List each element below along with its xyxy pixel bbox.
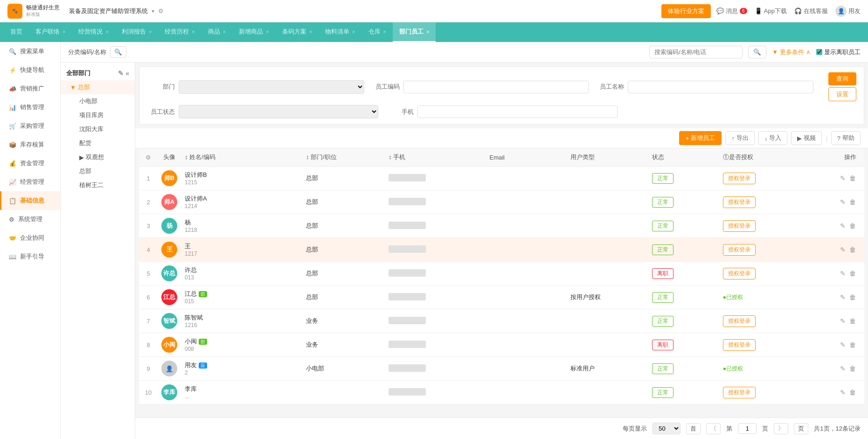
delete-icon[interactable]: 🗑 [849,246,856,253]
tab-history[interactable]: 经营历程 × [158,22,201,42]
close-icon[interactable]: × [383,29,386,35]
dept-node-shenyang[interactable]: 沈阳大库 [68,122,135,136]
sidebar-item-sales[interactable]: 📊 销售管理 [0,98,60,117]
auth-cell[interactable]: 授权登录 [719,167,820,190]
auth-login-btn[interactable]: 授权登录 [723,196,756,208]
auth-cell[interactable]: 授权登录 [719,262,820,286]
dept-node-xiaodibu[interactable]: 小电部 [68,94,135,108]
phone-input[interactable] [417,105,617,118]
close-icon[interactable]: × [149,29,152,35]
dept-node-peihuo[interactable]: 配货 [68,136,135,150]
auth-cell[interactable]: 授权登录 [719,333,820,357]
close-icon[interactable]: × [426,29,429,35]
col-settings[interactable]: ⚙ [139,148,158,167]
close-icon[interactable]: × [105,29,108,35]
dept-collapse-icon[interactable]: « [125,70,129,77]
sidebar-item-collab[interactable]: 🤝 企业协同 [0,229,60,247]
auth-login-btn[interactable]: 授权登录 [723,268,756,279]
tab-material[interactable]: 物料清单 × [319,22,361,42]
sidebar-item-marketing[interactable]: 📣 营销推广 [0,79,60,98]
tab-operation[interactable]: 经营情况 × [72,22,115,42]
tab-warehouse[interactable]: 仓库 × [362,22,393,42]
auth-cell[interactable]: 授权登录 [719,190,820,214]
auth-login-btn[interactable]: 授权登录 [723,220,756,232]
tab-barcode[interactable]: 条码方案 × [276,22,319,42]
category-search-btn[interactable]: 🔍 [110,46,126,58]
auth-login-btn[interactable]: 授权登录 [723,339,756,351]
dept-node-zhishu[interactable]: 植树王二 [68,178,135,192]
delete-icon[interactable]: 🗑 [849,270,856,277]
export-button[interactable]: ↑ 导出 [725,131,755,145]
user-btn[interactable]: 👤 用友 [835,6,861,17]
page-input[interactable] [738,423,757,434]
edit-icon[interactable]: ✎ [840,341,846,348]
close-icon[interactable]: × [266,29,269,35]
auth-login-btn[interactable]: 授权登录 [723,387,756,398]
sidebar-item-guide[interactable]: 📖 新手引导 [0,247,60,266]
auth-login-btn[interactable]: 授权登录 [723,173,756,184]
tab-dept-staff[interactable]: 部门员工 × [393,22,436,42]
prev-page-btn[interactable]: 〈 [706,423,721,434]
set-button[interactable]: 设置 [828,87,856,101]
edit-icon[interactable]: ✎ [840,270,846,277]
show-resigned-label[interactable]: 显示离职员工 [816,48,861,56]
tab-new-goods[interactable]: 新增商品 × [232,22,275,42]
settings-icon[interactable]: ⚙ [158,7,164,14]
query-button[interactable]: 查询 [828,72,856,85]
dropdown-arrow[interactable]: ▾ [152,8,154,14]
dept-edit-icon[interactable]: ✎ [118,70,124,77]
edit-icon[interactable]: ✎ [840,198,846,206]
trial-button[interactable]: 体验行业方案 [661,4,711,18]
auth-cell[interactable]: 授权登录 [719,381,820,404]
delete-icon[interactable]: 🗑 [849,389,856,396]
col-dept-header[interactable]: ↕ 部门/职位 [302,148,385,167]
edit-icon[interactable]: ✎ [840,293,846,301]
next-page-btn[interactable]: 〉 [774,423,788,434]
delete-icon[interactable]: 🗑 [849,174,856,182]
dept-node-zongbu[interactable]: 总部 [68,164,135,178]
dept-node-headquarters[interactable]: ▼ 总部 [61,80,135,94]
online-service-btn[interactable]: 🎧 在线客服 [794,7,828,15]
auth-cell[interactable]: 授权登录 [719,309,820,333]
search-btn[interactable]: 🔍 [748,46,766,58]
last-page-btn[interactable]: 页 [794,423,808,434]
edit-icon[interactable]: ✎ [840,174,846,182]
emp-code-input[interactable] [403,81,589,93]
edit-icon[interactable]: ✎ [840,317,846,325]
add-employee-button[interactable]: + 新增员工 [679,131,722,145]
auth-cell[interactable]: ●已授权 [719,286,820,309]
message-btn[interactable]: 💬 消息 6 [716,7,747,15]
auth-cell[interactable]: 授权登录 [719,214,820,238]
close-icon[interactable]: × [223,29,226,35]
emp-name-input[interactable] [628,81,813,93]
col-phone-header[interactable]: ↕ 手机 [385,148,486,167]
import-button[interactable]: ↓ 导入 [758,131,788,145]
col-name-header[interactable]: ↕ 姓名/编码 [181,148,302,167]
sidebar-item-basic[interactable]: 📋 基础信息 [0,191,60,210]
sidebar-item-business[interactable]: 📈 经营管理 [0,173,60,191]
delete-icon[interactable]: 🗑 [849,365,856,372]
close-icon[interactable]: × [352,29,355,35]
per-page-select[interactable]: 50 100 200 [653,423,681,434]
dept-filter-select[interactable] [179,80,364,94]
sidebar-item-finance[interactable]: 💰 资金管理 [0,154,60,173]
close-icon[interactable]: × [309,29,312,35]
sidebar-item-inventory[interactable]: 📦 库存核算 [0,135,60,154]
first-page-btn[interactable]: 首 [686,423,701,434]
auth-login-btn[interactable]: 授权登录 [723,244,756,256]
sidebar-item-purchase[interactable]: 🛒 采购管理 [0,117,60,135]
tab-customer[interactable]: 客户联络 × [29,22,72,42]
edit-icon[interactable]: ✎ [840,246,846,253]
view-button[interactable]: ▶ 视频 [791,131,822,145]
show-resigned-checkbox[interactable] [816,49,822,55]
auth-login-btn[interactable]: 授权登录 [723,315,756,327]
delete-icon[interactable]: 🗑 [849,341,856,348]
edit-icon[interactable]: ✎ [840,389,846,396]
delete-icon[interactable]: 🗑 [849,198,856,206]
tab-goods[interactable]: 商品 × [201,22,232,42]
more-conditions-btn[interactable]: ▼ 更多条件 ∧ [772,48,811,56]
delete-icon[interactable]: 🗑 [849,293,856,301]
app-download-btn[interactable]: 📱 App下载 [755,7,787,15]
dept-node-projectwarehouse[interactable]: 项目库房 [68,108,135,122]
sidebar-item-system[interactable]: ⚙ 系统管理 [0,210,60,229]
